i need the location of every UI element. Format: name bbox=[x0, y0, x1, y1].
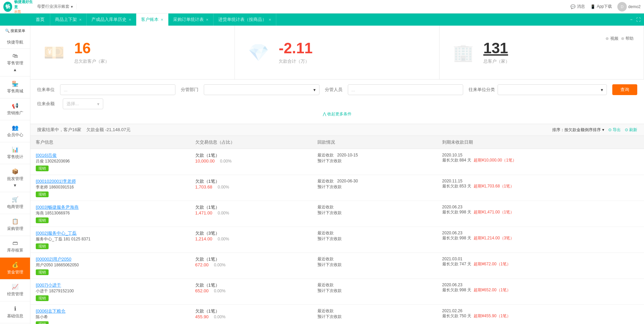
customer-name-link[interactable]: [0007]小进干 bbox=[36, 283, 61, 288]
stat-card-actions: ⊙ 视频 ⊙ 帮助 bbox=[606, 32, 634, 41]
top-bar: 畅 畅捷通好生意 示范 母婴行业演示账套 ▾ 💬 消息 📱 App下载 D de… bbox=[0, 0, 644, 13]
sidebar-item-ecommerce[interactable]: 🛒 电商管理 bbox=[0, 192, 30, 214]
customer-name-link[interactable]: [000002]用户2050 bbox=[36, 257, 72, 262]
close-icon[interactable]: ✕ bbox=[161, 18, 163, 22]
overdue-info: 最长欠款 998 天 超期¥1,214.00（3笔） bbox=[442, 235, 639, 241]
customer-name-link[interactable]: [0001020001]李老师 bbox=[36, 179, 76, 184]
overdue-amount[interactable]: 超期¥1,471.00（1笔） bbox=[474, 210, 514, 214]
sidebar-item-inventory[interactable]: 🗃 库存核算 bbox=[0, 236, 30, 258]
debt-percent: 0.00% bbox=[214, 263, 225, 267]
collapse-bar[interactable]: ⋀ 收起更多条件 bbox=[37, 109, 637, 119]
stat-card-debt-customers-info: 16 总欠款客户（家） bbox=[74, 41, 224, 64]
video-button[interactable]: ⊙ 视频 bbox=[606, 36, 618, 41]
stat-card-total-customers: 🏢 131 总客户（家） ⊙ 视频 ⊙ 帮助 bbox=[440, 26, 644, 79]
last-collect: 最近收款 bbox=[317, 308, 431, 314]
refresh-button[interactable]: ⊙ 刷新 bbox=[625, 127, 637, 133]
sidebar-search-menu[interactable]: 🔍 搜索菜单 bbox=[0, 26, 30, 36]
export-button[interactable]: ⊙ 导出 bbox=[608, 127, 621, 133]
total-customers-icon: 🏢 bbox=[450, 39, 477, 66]
sidebar-item-quick-nav[interactable]: 快捷导航 bbox=[0, 36, 30, 49]
stats-icon: 📊 bbox=[12, 146, 19, 153]
overdue-amount[interactable]: 超期¥1,703.68（1笔） bbox=[474, 184, 514, 188]
store-selector[interactable]: 母婴行业演示账套 ▾ bbox=[34, 4, 77, 9]
info-icon: ℹ bbox=[14, 305, 16, 312]
customer-name-link[interactable]: [0016]吕俊 bbox=[36, 153, 57, 158]
filter-select-dept[interactable]: ▾ bbox=[204, 84, 319, 95]
debt-info-cell: 欠款（1笔） 1,703.68 0.00% bbox=[190, 175, 312, 201]
col-header-collection: 回款情况 bbox=[312, 136, 437, 149]
sidebar-item-retail-stats[interactable]: 📊 零售统计 bbox=[0, 142, 30, 164]
close-icon[interactable]: ✕ bbox=[269, 18, 271, 22]
filter-label-unit: 往来单位 bbox=[37, 87, 57, 93]
close-icon[interactable]: ✕ bbox=[206, 18, 208, 22]
ecommerce-icon: 🛒 bbox=[12, 196, 19, 203]
marketing-icon: 📢 bbox=[12, 102, 19, 109]
sidebar-item-retail-mgmt[interactable]: 🛍 零售管理 ▲ bbox=[0, 49, 30, 77]
debt-total-icon: 💎 bbox=[245, 39, 272, 66]
sidebar-item-wholesale-mgmt[interactable]: 📦 批发管理 ▼ bbox=[0, 164, 30, 192]
debt-percent: 0.00% bbox=[218, 237, 229, 241]
sidebar-item-marketing[interactable]: 📢 营销推广 bbox=[0, 98, 30, 120]
overdue-amount[interactable]: 超期¥672.00（1笔） bbox=[474, 262, 511, 266]
table-row: [0002]服务中心_丁磊 服务中心_丁磊 181 0125 8371 现销 欠… bbox=[30, 227, 644, 253]
overdue-amount[interactable]: 超期¥455.90（1笔） bbox=[474, 314, 511, 318]
customer-phone: 用户2050 18665062050 bbox=[36, 262, 185, 268]
due-date-cell: 2020.11.15 最长欠款 853 天 超期¥1,703.68（1笔） bbox=[437, 175, 644, 201]
debt-percent: 0.00% bbox=[218, 211, 229, 215]
close-icon[interactable]: ✕ bbox=[129, 18, 131, 22]
overdue-amount[interactable]: 超期¥10,000.00（1笔） bbox=[474, 158, 516, 163]
purchase-icon: 📋 bbox=[12, 218, 19, 225]
tab-purchase-stats[interactable]: 采购订单统计表 ✕ bbox=[168, 13, 214, 26]
tab-home[interactable]: 首页 bbox=[30, 13, 50, 26]
next-collect: 预计下次收款 bbox=[317, 184, 431, 190]
due-date: 2020.06.23 bbox=[442, 204, 639, 209]
user-menu[interactable]: D demo2 bbox=[617, 2, 641, 11]
debt-count: 欠款（3笔） bbox=[195, 230, 220, 236]
filter-input-person[interactable]: ... bbox=[348, 84, 463, 95]
sort-select[interactable]: 排序：按欠款金额倒序排序 ▾ bbox=[552, 127, 604, 133]
app-download-button[interactable]: 📱 App下载 bbox=[590, 4, 612, 9]
balance-select[interactable]: 选择... ▾ bbox=[63, 98, 103, 109]
maximize-icon[interactable]: ⛶ bbox=[636, 17, 641, 22]
sidebar-item-purchase[interactable]: 📋 采购管理 bbox=[0, 214, 30, 236]
debt-info-cell: 欠款（1笔） 652.00 0.00% bbox=[190, 279, 312, 305]
debt-amount-row: 652.00 0.00% bbox=[195, 288, 307, 293]
query-button[interactable]: 查询 bbox=[612, 84, 637, 95]
sidebar-item-members[interactable]: 👥 会员中心 bbox=[0, 120, 30, 142]
customer-name-link[interactable]: [0003]畅捷服务尹海燕 bbox=[36, 205, 79, 210]
tab-purchase-product-stats[interactable]: 进货单统计表（按商品） ✕ bbox=[214, 13, 276, 26]
debt-info: 欠款（1笔） bbox=[195, 204, 307, 210]
customer-name-link[interactable]: [0006]去下粮仓 bbox=[36, 308, 65, 314]
message-button[interactable]: 💬 消息 bbox=[570, 4, 585, 9]
sidebar-item-retail-mall[interactable]: 🏪 零售商城 bbox=[0, 77, 30, 98]
tab-customer-ledger[interactable]: 客户账本 ✕ bbox=[136, 13, 168, 26]
filter-label-category: 往来单位分类 bbox=[469, 87, 495, 93]
sidebar-item-operations[interactable]: 📈 经营管理 bbox=[0, 279, 30, 301]
filter-input-unit[interactable]: ... bbox=[60, 84, 175, 95]
debt-info-cell: 欠款（3笔） 1,214.00 0.00% bbox=[190, 227, 312, 253]
minimize-icon[interactable]: － bbox=[629, 17, 634, 23]
customer-tag: 现销 bbox=[36, 166, 49, 171]
sidebar-item-finance[interactable]: 💰 资金管理 bbox=[0, 258, 30, 279]
filter-select-category[interactable]: ▾ bbox=[498, 84, 607, 95]
due-date-cell: 2020.06.23 最长欠款 998 天 超期¥1,471.00（1笔） bbox=[437, 201, 644, 227]
finance-icon: 💰 bbox=[12, 262, 19, 268]
due-date-cell: 2021.03.01 最长欠款 747 天 超期¥672.00（1笔） bbox=[437, 253, 644, 279]
customer-name-link[interactable]: [0002]服务中心_丁磊 bbox=[36, 231, 77, 236]
collection-info-cell: 最近收款 2020-06-30 预计下次收款 bbox=[312, 175, 437, 201]
last-collect: 最近收款 bbox=[317, 230, 431, 236]
tab-production-history[interactable]: 产成品入库单历史 ✕ bbox=[87, 13, 136, 26]
help-button[interactable]: ⊙ 帮助 bbox=[621, 36, 634, 41]
col-header-customer: 客户信息 bbox=[30, 136, 190, 149]
due-date-cell: 2020.06.23 最长欠款 998 天 超期¥652.00（1笔） bbox=[437, 279, 644, 305]
overdue-amount[interactable]: 超期¥1,214.00（3笔） bbox=[474, 236, 514, 240]
close-icon[interactable]: ✕ bbox=[79, 18, 82, 22]
stats-row: 💴 16 总欠款客户（家） 💎 -2.11 欠款合计（万） 🏢 bbox=[30, 26, 644, 80]
tab-product-shelf[interactable]: 商品上下架 ✕ bbox=[50, 13, 87, 26]
customer-info-cell: [0002]服务中心_丁磊 服务中心_丁磊 181 0125 8371 现销 bbox=[30, 227, 190, 253]
stat-card-debt-customers: 💴 16 总欠款客户（家） bbox=[30, 26, 235, 79]
debt-percent: 0.00% bbox=[218, 185, 229, 189]
debt-count: 欠款（1笔） bbox=[195, 282, 220, 288]
overdue-amount[interactable]: 超期¥652.00（1笔） bbox=[474, 288, 511, 292]
sidebar-item-basic-info[interactable]: ℹ 基础信息 bbox=[0, 301, 30, 323]
